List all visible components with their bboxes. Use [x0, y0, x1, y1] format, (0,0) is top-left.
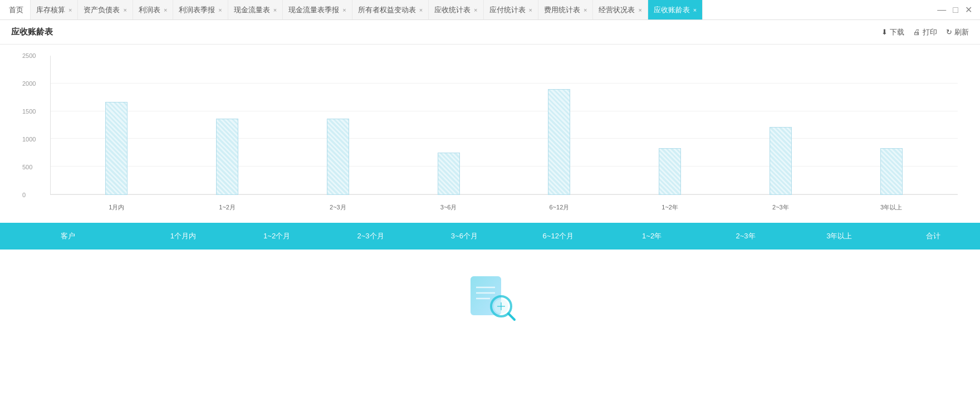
empty-state — [0, 250, 980, 336]
bar-group-1 — [216, 119, 238, 195]
x-label-0: 1月内 — [100, 203, 133, 212]
th-5: 6~12个月 — [511, 231, 605, 241]
main-content: 25002000150010005000 1月内1~2月2~3月3~6月6~12… — [0, 45, 980, 401]
close-tab-profit_quarter[interactable]: × — [218, 7, 222, 13]
close-tab-cashflow_quarter[interactable]: × — [342, 7, 346, 13]
bar-group-5 — [659, 148, 681, 195]
table-header: 客户1个月内1~2个月2~3个月3~6个月6~12个月1~2年2~3年3年以上合… — [0, 223, 980, 250]
tab-bar-actions: — □ ✕ — [934, 4, 978, 15]
close-tab-ar_aging[interactable]: × — [693, 7, 697, 13]
bar-4[interactable] — [548, 89, 570, 195]
x-label-3: 3~6月 — [432, 203, 465, 212]
y-label-0: 2500 — [22, 52, 36, 59]
th-6: 1~2年 — [605, 231, 698, 241]
tab-cashflow[interactable]: 现金流量表× — [228, 0, 283, 20]
bar-0[interactable] — [105, 102, 128, 195]
y-axis-labels: 25002000150010005000 — [22, 56, 50, 195]
tab-bar: 首页库存核算×资产负债表×利润表×利润表季报×现金流量表×现金流量表季报×所有者… — [0, 0, 980, 20]
close-window-icon[interactable]: ✕ — [962, 4, 976, 15]
x-label-6: 2~3年 — [764, 203, 797, 212]
close-tab-cashflow[interactable]: × — [273, 7, 277, 13]
tab-balance[interactable]: 资产负债表× — [78, 0, 133, 20]
th-9: 合计 — [886, 231, 980, 241]
tab-ar_aging[interactable]: 应收账龄表× — [648, 0, 703, 20]
print-button[interactable]: 🖨 打印 — [913, 27, 937, 37]
refresh-icon: ↻ — [946, 28, 952, 36]
bar-group-7 — [880, 148, 903, 195]
maximize-icon[interactable]: □ — [949, 5, 962, 15]
y-label-3: 1000 — [22, 136, 36, 143]
bar-group-6 — [770, 127, 792, 195]
tab-inventory[interactable]: 库存核算× — [31, 0, 78, 20]
close-tab-profit[interactable]: × — [164, 7, 167, 13]
close-tab-inventory[interactable]: × — [68, 7, 72, 13]
bar-group-0 — [105, 102, 128, 195]
th-4: 3~6个月 — [418, 231, 511, 241]
chart-area: 25002000150010005000 1月内1~2月2~3月3~6月6~12… — [0, 45, 980, 217]
download-button[interactable]: ⬇ 下载 — [881, 27, 904, 37]
svg-line-7 — [508, 314, 514, 320]
bar-group-4 — [548, 89, 570, 195]
tab-cashflow_quarter[interactable]: 现金流量表季报× — [283, 0, 352, 20]
bar-6[interactable] — [770, 127, 792, 195]
empty-icon — [459, 272, 521, 325]
tab-profit_quarter[interactable]: 利润表季报× — [173, 0, 228, 20]
th-7: 2~3年 — [699, 231, 792, 241]
close-tab-equity[interactable]: × — [419, 7, 423, 13]
bar-group-3 — [438, 153, 460, 195]
bar-3[interactable] — [438, 153, 460, 195]
tab-ap_stat[interactable]: 应付统计表× — [484, 0, 538, 20]
bars-container — [50, 56, 958, 195]
close-tab-biz_status[interactable]: × — [638, 7, 641, 13]
th-0: 客户 — [0, 231, 136, 241]
bar-2[interactable] — [327, 119, 349, 195]
th-2: 1~2个月 — [230, 231, 324, 241]
close-tab-ap_stat[interactable]: × — [529, 7, 532, 13]
x-label-4: 6~12月 — [542, 203, 576, 212]
x-label-5: 1~2年 — [653, 203, 687, 212]
tab-biz_status[interactable]: 经营状况表× — [593, 0, 648, 20]
page-actions: ⬇ 下载 🖨 打印 ↻ 刷新 — [881, 27, 969, 37]
tab-expense_stat[interactable]: 费用统计表× — [538, 0, 593, 20]
page-title: 应收账龄表 — [11, 27, 53, 37]
th-8: 3年以上 — [792, 231, 886, 241]
x-label-1: 1~2月 — [210, 203, 244, 212]
tab-equity[interactable]: 所有者权益变动表× — [352, 0, 429, 20]
x-labels: 1月内1~2月2~3月3~6月6~12月1~2年2~3年3年以上 — [50, 203, 958, 212]
x-label-7: 3年以上 — [875, 203, 908, 212]
close-tab-ar_stat[interactable]: × — [474, 7, 477, 13]
tab-profit[interactable]: 利润表× — [133, 0, 173, 20]
download-icon: ⬇ — [881, 28, 888, 36]
th-3: 2~3个月 — [324, 231, 417, 241]
y-label-4: 500 — [22, 164, 32, 170]
bar-group-2 — [327, 119, 349, 195]
minimize-icon[interactable]: — — [934, 5, 949, 15]
x-label-2: 2~3月 — [321, 203, 355, 212]
tab-ar_stat[interactable]: 应收统计表× — [429, 0, 483, 20]
bar-7[interactable] — [880, 148, 903, 195]
print-icon: 🖨 — [913, 28, 920, 36]
refresh-button[interactable]: ↻ 刷新 — [946, 27, 969, 37]
page-header: 应收账龄表 ⬇ 下载 🖨 打印 ↻ 刷新 — [0, 20, 980, 45]
bar-chart: 25002000150010005000 1月内1~2月2~3月3~6月6~12… — [22, 56, 958, 212]
tab-home[interactable]: 首页 — [2, 0, 31, 20]
th-1: 1个月内 — [136, 231, 230, 241]
bar-5[interactable] — [659, 148, 681, 195]
y-label-5: 0 — [22, 192, 26, 198]
y-label-2: 1500 — [22, 108, 36, 115]
y-label-1: 2000 — [22, 80, 36, 87]
close-tab-expense_stat[interactable]: × — [584, 7, 587, 13]
close-tab-balance[interactable]: × — [123, 7, 126, 13]
bar-1[interactable] — [216, 119, 238, 195]
